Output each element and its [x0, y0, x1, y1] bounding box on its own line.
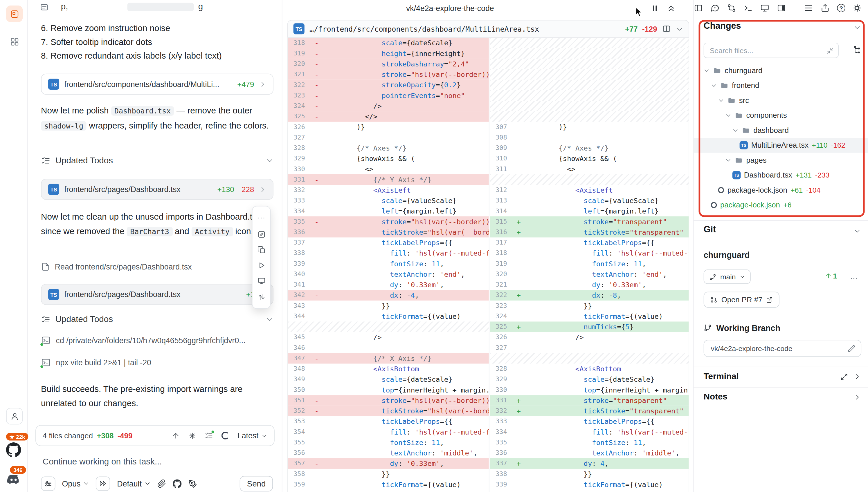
github-icon[interactable]: [173, 479, 182, 488]
read-file-row[interactable]: Read frontend/src/pages/Dashboard.tsx: [41, 262, 274, 271]
app-window: ★ 22k 346 vk/4e2a-explore-the-code ?: [0, 0, 868, 492]
diff-code-row: 338 }}: [490, 469, 689, 479]
line-number: 328: [490, 364, 512, 374]
monitor-icon[interactable]: [257, 277, 266, 286]
pause-icon[interactable]: [651, 3, 660, 13]
open-pr-button[interactable]: Open PR #7: [704, 292, 780, 308]
send-button[interactable]: Send: [240, 476, 273, 491]
diff-sign: [512, 122, 525, 132]
arrow-up-icon[interactable]: [171, 432, 180, 440]
menu-icon[interactable]: [804, 3, 813, 13]
copy-icon[interactable]: [257, 246, 266, 254]
settings-gear-icon[interactable]: [852, 3, 862, 13]
tree-file-row[interactable]: TSDashboard.tsx+131-233: [694, 168, 868, 183]
workspace-tab-active[interactable]: [6, 5, 23, 22]
code-text: [323, 343, 489, 353]
code-text: top={innerHeight + margin.top}: [525, 385, 689, 395]
code-text: textAnchor: 'middle',: [323, 448, 489, 458]
line-number: 336: [288, 227, 310, 237]
monitor-icon[interactable]: [760, 3, 769, 13]
settings-sliders-button[interactable]: [41, 476, 55, 491]
tree-file-row[interactable]: TSMultiLineArea.tsx+110-162: [694, 138, 868, 153]
inline-code-chip: Dashboard.tsx: [111, 106, 174, 116]
tree-folder-row[interactable]: dashboard: [694, 123, 868, 138]
diff-filler-row: [490, 101, 689, 111]
chat-bubble-icon[interactable]: [710, 3, 720, 13]
github-link[interactable]: [6, 442, 21, 457]
diff-sign: +: [512, 216, 525, 227]
tree-folder-row[interactable]: src: [694, 93, 868, 108]
mode-dropdown[interactable]: Default: [117, 479, 150, 488]
changes-status-bar[interactable]: 4 files changed +308 -499 Latest: [36, 425, 275, 446]
diff-code-row: 308: [490, 132, 689, 143]
file-search-box[interactable]: [704, 43, 839, 58]
diff-code-row: 314 left={margin.left}: [490, 206, 689, 216]
tree-file-row[interactable]: package-lock.json+61-104: [694, 183, 868, 198]
code-text: strokeOpacity={0.2}: [323, 80, 489, 90]
diff-sign: [512, 195, 525, 206]
terminal-icon[interactable]: [744, 3, 753, 13]
code-text: <AxisLeft: [323, 185, 489, 195]
share-icon[interactable]: [820, 3, 830, 13]
tree-folder-row[interactable]: pages: [694, 153, 868, 168]
todos-status-icon[interactable]: [205, 432, 213, 440]
diff-file-path: …/frontend/src/components/dashboard/Mult…: [309, 25, 620, 33]
collapse-tree-icon[interactable]: [826, 47, 834, 54]
tree-view-icon[interactable]: [853, 45, 863, 54]
git-compare-icon[interactable]: [727, 3, 736, 13]
tree-folder-row[interactable]: components: [694, 108, 868, 123]
split-view-icon[interactable]: [662, 24, 671, 33]
pen-tool-icon[interactable]: [188, 479, 197, 488]
diff-sign: [512, 132, 525, 143]
file-search-input[interactable]: [709, 46, 826, 55]
line-number: 307: [490, 122, 512, 132]
working-branch-field[interactable]: [704, 340, 861, 357]
sidebar-right-icon[interactable]: [777, 3, 786, 13]
tree-folder-row[interactable]: churnguard: [694, 63, 868, 78]
diff-sign: [512, 364, 525, 374]
diff-code-row: 323 }}: [490, 300, 689, 311]
chevron-down-icon[interactable]: [676, 25, 683, 32]
file-diff-chip-dashboard[interactable]: TS frontend/src/pages/Dashboard.tsx +130…: [41, 179, 274, 200]
diff-sign: [310, 332, 323, 343]
grid-view-button[interactable]: [6, 33, 23, 50]
panel-left-icon[interactable]: [694, 3, 703, 13]
terminal-command-row[interactable]: cd /private/var/folders/10/h7w0q46556ggr…: [41, 335, 274, 345]
typescript-icon: TS: [740, 141, 748, 149]
tree-item-name: dashboard: [753, 126, 789, 134]
code-text: />: [525, 332, 689, 343]
updated-todos-row[interactable]: Updated Todos: [41, 315, 274, 324]
expand-icon[interactable]: [840, 373, 848, 381]
attachment-icon[interactable]: [157, 479, 166, 488]
code-text: tickFormat={(value): [323, 311, 489, 321]
more-options-icon[interactable]: [850, 274, 858, 283]
notes-icon: [40, 3, 49, 12]
compare-changes-icon[interactable]: [257, 293, 266, 301]
collapse-all-icon[interactable]: [666, 3, 676, 13]
terminal-command-row[interactable]: npx vite build 2>&1 | tail -20: [41, 358, 274, 367]
run-icon[interactable]: [257, 262, 266, 270]
composer-input[interactable]: [42, 456, 263, 467]
more-options-icon[interactable]: [257, 214, 266, 223]
discord-link[interactable]: [6, 475, 21, 487]
account-button[interactable]: [6, 408, 23, 424]
version-dropdown[interactable]: Latest: [237, 431, 267, 440]
model-dropdown[interactable]: Opus: [62, 479, 89, 488]
updated-todos-row[interactable]: Updated Todos: [41, 155, 274, 165]
fast-forward-button[interactable]: [96, 476, 111, 491]
edit-patch-icon[interactable]: [257, 230, 266, 239]
diff-added-count: +77: [625, 25, 638, 33]
file-diff-chip-dashboard-2[interactable]: TS frontend/src/pages/Dashboard.tsx +1 -…: [41, 284, 274, 305]
code-text: {/* Axes */}: [323, 143, 489, 153]
diff-file-header[interactable]: TS …/frontend/src/components/dashboard/M…: [287, 20, 689, 38]
tree-folder-row[interactable]: frontend: [694, 78, 868, 93]
pencil-icon[interactable]: [847, 345, 855, 352]
branch-selector[interactable]: main: [704, 270, 751, 284]
file-diff-chip-multilinearea[interactable]: TS frontend/src/components/dashboard/Mul…: [41, 74, 274, 95]
package-lock-icon: [711, 202, 717, 208]
asterisk-icon[interactable]: [188, 432, 196, 440]
help-icon[interactable]: ?: [837, 4, 845, 12]
working-branch-input[interactable]: [710, 344, 848, 353]
diff-sign: [512, 206, 525, 216]
tree-file-row[interactable]: package-lock.json+6: [694, 198, 868, 213]
